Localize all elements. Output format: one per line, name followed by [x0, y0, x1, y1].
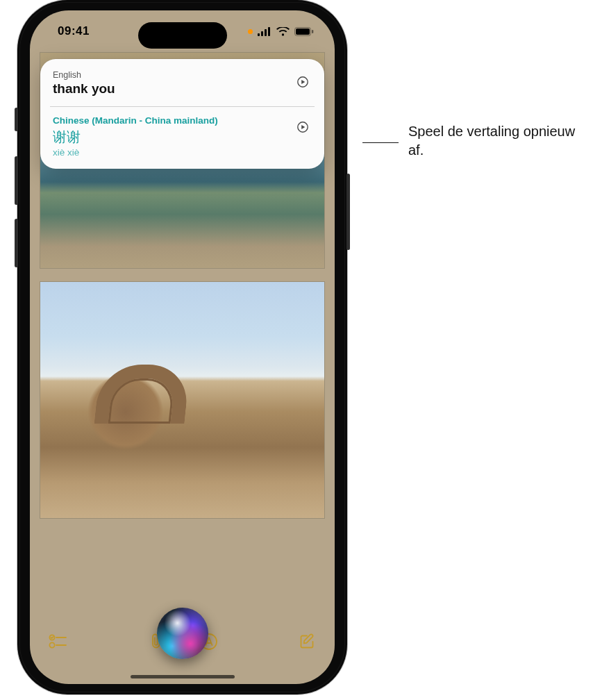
source-phrase: thank you [53, 81, 285, 97]
mic-indicator-dot [248, 29, 253, 34]
source-language-label: English [53, 70, 285, 80]
callout-text: Speel de vertaling opnieuw af. [399, 122, 585, 160]
volume-up-button[interactable] [15, 156, 18, 205]
checklist-icon[interactable] [48, 632, 67, 651]
dynamic-island[interactable] [138, 22, 227, 49]
target-phrase: 谢谢 [53, 128, 285, 146]
note-image [40, 281, 325, 519]
svg-rect-5 [296, 28, 310, 35]
silence-switch[interactable] [15, 108, 18, 131]
siri-orb[interactable] [157, 608, 208, 659]
svg-rect-3 [268, 27, 270, 36]
siri-translation-card: English thank you Chinese (Mandarin - Ch… [40, 59, 324, 169]
power-button[interactable] [346, 174, 350, 250]
svg-rect-0 [258, 33, 260, 36]
target-language-label: Chinese (Mandarin - China mainland) [53, 115, 285, 126]
svg-rect-6 [312, 30, 313, 33]
annotation-callout: Speel de vertaling opnieuw af. [362, 122, 585, 160]
svg-rect-1 [261, 31, 263, 36]
svg-rect-2 [265, 29, 267, 36]
battery-icon [294, 27, 314, 36]
play-translation-button[interactable] [294, 118, 312, 136]
wifi-icon [276, 27, 290, 36]
compose-icon[interactable] [297, 632, 317, 651]
play-source-button[interactable] [294, 73, 312, 91]
target-romanization: xiè xiè [53, 147, 285, 158]
cellular-icon [258, 27, 271, 36]
svg-point-11 [49, 642, 54, 647]
callout-leader-line [362, 142, 399, 144]
volume-down-button[interactable] [15, 219, 18, 267]
status-time: 09:41 [58, 24, 90, 38]
home-indicator[interactable] [131, 675, 235, 678]
